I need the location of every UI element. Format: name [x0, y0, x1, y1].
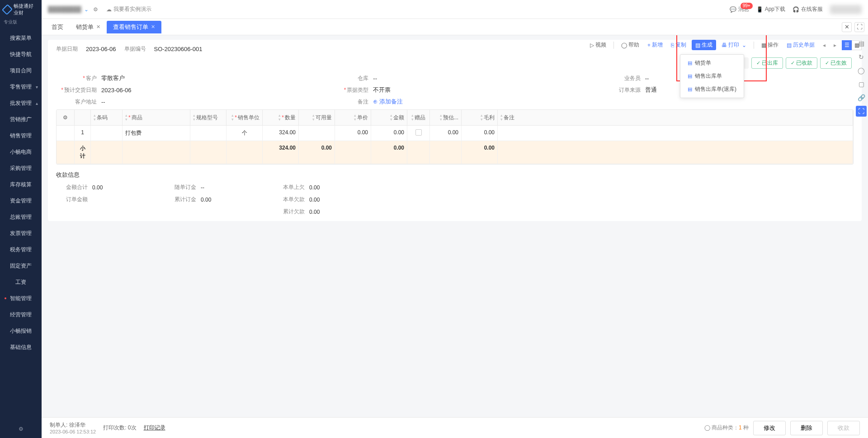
sidebar-item-10[interactable]: 资金管理: [0, 193, 42, 209]
operations-button[interactable]: ▦操作: [759, 40, 781, 50]
sidebar-item-15[interactable]: 工资: [0, 274, 42, 290]
messages-link[interactable]: 💬 消息 99+: [730, 5, 749, 13]
user-avatar[interactable]: [830, 5, 862, 14]
note-header[interactable]: ▴▾备注: [498, 110, 853, 125]
unit-header[interactable]: ▴▾*销售单位: [226, 110, 263, 125]
app-download-link[interactable]: 📱 App下载: [756, 5, 785, 13]
gear-column-header[interactable]: ⚙: [57, 110, 75, 125]
qty-header[interactable]: ▴▾*数量: [263, 110, 299, 125]
chevron-down-icon[interactable]: ⌄: [84, 6, 89, 13]
tab-0[interactable]: 首页: [45, 21, 70, 33]
prev-owe-value: 0.00: [309, 184, 320, 191]
fullscreen-icon[interactable]: ⛶: [854, 22, 864, 32]
close-icon[interactable]: ✕: [96, 24, 100, 30]
next-doc-icon[interactable]: ▸: [831, 41, 839, 49]
sidebar-item-12[interactable]: 发票管理: [0, 225, 42, 241]
sidebar-item-18[interactable]: 小畅报销: [0, 323, 42, 339]
cum-owe-value: 0.00: [309, 209, 320, 215]
sidebar-item-19[interactable]: 基础信息: [0, 339, 42, 355]
table-row[interactable]: 1 打包费 个 324.00 0.00 0.00 0.00 0.00: [57, 126, 853, 141]
video-link[interactable]: ▷视频: [587, 40, 609, 50]
profit-header[interactable]: ▴▾毛利: [462, 110, 498, 125]
messages-badge: 99+: [741, 3, 753, 9]
sidebar-settings-icon[interactable]: ⚙: [0, 420, 42, 438]
tab-1[interactable]: 销货单✕: [70, 21, 107, 33]
rail-history-icon[interactable]: ↻: [856, 52, 867, 62]
brand-edition: 专业版: [0, 19, 42, 25]
edit-button[interactable]: 修改: [753, 421, 786, 435]
est-header[interactable]: ▴▾预估...: [430, 110, 462, 125]
dropdown-item-1[interactable]: ▤销售出库单: [680, 70, 744, 83]
deposit-value: --: [201, 184, 204, 191]
sidebar-item-16[interactable]: 智能管理: [0, 290, 42, 306]
address-value: --: [101, 99, 105, 105]
add-note-link[interactable]: 添加备注: [373, 98, 403, 106]
price-header[interactable]: ▴▾单价: [335, 110, 371, 125]
doc-icon: ▤: [688, 73, 692, 79]
sidebar-item-4[interactable]: 批发管理▴: [0, 95, 42, 111]
maker-value: 徐泽华: [69, 422, 85, 428]
spec-header[interactable]: ▴▾规格型号: [190, 110, 226, 125]
close-icon[interactable]: ✕: [151, 24, 155, 30]
sidebar-item-13[interactable]: 税务管理: [0, 241, 42, 258]
dropdown-item-2[interactable]: ▤销售出库单(退库): [680, 83, 744, 96]
rail-link-icon[interactable]: 🔗: [856, 92, 867, 103]
help-link[interactable]: ◯帮助: [618, 40, 642, 50]
maker-label: 制单人:: [50, 422, 67, 428]
sidebar-item-5[interactable]: 营销推广: [0, 111, 42, 127]
sidebar-item-11[interactable]: 总账管理: [0, 209, 42, 225]
sidebar-item-1[interactable]: 快捷导航: [0, 46, 42, 62]
help-icon: ◯: [621, 42, 627, 48]
amount-header[interactable]: ▴▾金额: [371, 110, 407, 125]
gift-header[interactable]: ▴▾赠品: [407, 110, 430, 125]
logo-icon: [2, 4, 13, 15]
subtotal-row: 小计 324.00 0.00 0.00 0.00: [57, 141, 853, 164]
gift-checkbox[interactable]: [415, 129, 422, 136]
salesman-label: 业务员: [624, 75, 641, 81]
invoice-type-value: 不开票: [373, 86, 391, 94]
close-tabs-icon[interactable]: ✕: [842, 22, 852, 32]
sidebar-item-17[interactable]: 经营管理: [0, 306, 42, 323]
copy-button[interactable]: ⎘复制: [668, 40, 689, 50]
company-selector[interactable]: ████████: [48, 6, 81, 13]
print-button[interactable]: 🖶打印⌄: [719, 40, 749, 50]
history-button[interactable]: ▤历史单据: [784, 40, 817, 50]
support-link[interactable]: 🎧 在线客服: [793, 5, 823, 13]
status-paid-badge: 已收款: [786, 57, 817, 69]
receipt-button[interactable]: 收款: [827, 421, 860, 435]
sidebar-item-3[interactable]: 零售管理▾: [0, 79, 42, 95]
delete-button[interactable]: 删除: [790, 421, 823, 435]
new-button[interactable]: +新增: [645, 40, 665, 50]
rail-doc-icon[interactable]: ▤: [856, 38, 867, 49]
doc-icon: ▤: [695, 42, 700, 48]
play-icon: ▷: [590, 42, 594, 48]
doc-no-value: SO-20230606-001: [154, 46, 203, 52]
view-list-icon[interactable]: ☰: [842, 40, 852, 50]
sidebar-item-2[interactable]: 项目合同: [0, 62, 42, 79]
rail-ticket-icon[interactable]: ▢: [856, 79, 867, 89]
sidebar-item-8[interactable]: 采购管理: [0, 160, 42, 176]
generate-button[interactable]: ▤生成: [692, 40, 716, 50]
prev-doc-icon[interactable]: ◂: [820, 41, 828, 49]
dropdown-item-0[interactable]: ▤销货单: [680, 57, 744, 70]
customer-label: 客户: [86, 75, 97, 81]
sidebar-item-7[interactable]: 小畅电商: [0, 144, 42, 160]
rail-expand-icon[interactable]: ⛶: [856, 106, 867, 117]
warehouse-value: --: [373, 75, 377, 82]
sidebar-item-9[interactable]: 库存核算: [0, 176, 42, 193]
sidebar-item-6[interactable]: 销售管理: [0, 127, 42, 144]
avail-header[interactable]: ▴▾可用量: [299, 110, 335, 125]
demo-link[interactable]: ☁ 我要看实例演示: [106, 5, 151, 13]
barcode-header[interactable]: ▴▾条码: [91, 110, 123, 125]
tab-2[interactable]: 查看销售订单✕: [107, 21, 161, 33]
sidebar-item-0[interactable]: 搜索菜单: [0, 30, 42, 46]
deliver-date-label: 预计交货日期: [64, 87, 97, 93]
total-amount-value: 0.00: [92, 184, 103, 191]
rail-user-icon[interactable]: ◯: [856, 65, 867, 76]
print-log-link[interactable]: 打印记录: [144, 424, 165, 432]
product-header[interactable]: ▴▾*商品: [123, 110, 190, 125]
sidebar-item-14[interactable]: 固定资产: [0, 258, 42, 274]
doc-date-value: 2023-06-06: [86, 46, 116, 52]
list-icon: ▤: [787, 42, 792, 48]
gear-icon[interactable]: ⚙: [93, 6, 98, 13]
